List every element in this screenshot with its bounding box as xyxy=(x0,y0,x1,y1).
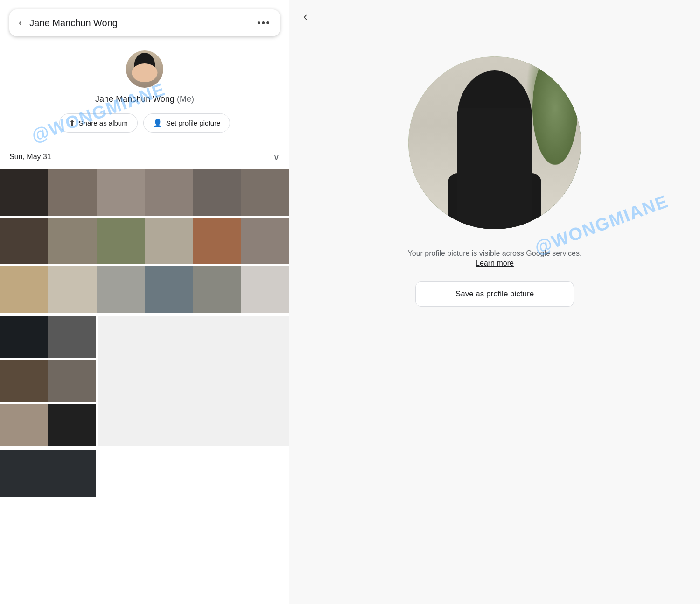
me-tag: (Me) xyxy=(177,94,194,104)
grid-row-3 xyxy=(0,266,289,313)
top-bar-left: ‹ Jane Manchun Wong xyxy=(19,18,118,28)
date-label: Sun, May 31 xyxy=(9,153,51,161)
grid-cell[interactable] xyxy=(145,169,193,216)
grid-cell[interactable] xyxy=(0,218,48,264)
grid-cell[interactable] xyxy=(48,266,96,313)
more-options-button[interactable]: ••• xyxy=(257,17,271,29)
person-icon: 👤 xyxy=(153,119,162,127)
date-section: Sun, May 31 ∨ xyxy=(0,147,289,167)
large-avatar xyxy=(408,56,581,229)
grid-cell[interactable] xyxy=(97,169,145,216)
set-profile-picture-button[interactable]: 👤 Set profile picture xyxy=(143,113,231,133)
grid-cell[interactable] xyxy=(241,218,289,264)
avatar-hair xyxy=(457,70,532,164)
share-as-album-button[interactable]: ⬆ Share as album xyxy=(59,113,138,133)
watermark: @WONGMIANE xyxy=(29,79,168,147)
share-icon: ⬆ xyxy=(69,119,75,127)
profile-info-section: Your profile picture is visible across G… xyxy=(303,248,686,267)
grid-row-1 xyxy=(0,169,289,216)
grid-cell[interactable] xyxy=(0,316,48,358)
action-buttons: ⬆ Share as album 👤 Set profile picture xyxy=(59,113,231,133)
top-bar: ‹ Jane Manchun Wong ••• xyxy=(9,9,280,36)
grid-cell[interactable] xyxy=(97,266,145,313)
learn-more-link[interactable]: Learn more xyxy=(476,259,514,267)
grid-row-2 xyxy=(0,218,289,264)
photo-grid xyxy=(0,169,289,313)
chevron-down-icon[interactable]: ∨ xyxy=(273,151,280,162)
grid-cell[interactable] xyxy=(0,360,48,402)
grid-cell[interactable] xyxy=(241,169,289,216)
grid-cell[interactable] xyxy=(0,169,48,216)
grid-cell[interactable] xyxy=(193,218,241,264)
profile-name: Jane Manchun Wong (Me) xyxy=(95,94,194,104)
profile-info-text: Your profile picture is visible across G… xyxy=(303,248,686,259)
grid-cell[interactable] xyxy=(0,266,48,313)
save-button-container: Save as profile picture xyxy=(303,281,686,307)
photo-grid-2-left xyxy=(0,316,96,446)
photo-row xyxy=(0,360,96,402)
grid-cell[interactable] xyxy=(193,169,241,216)
grid-cell[interactable] xyxy=(48,404,95,446)
photo-grid-2-right xyxy=(98,316,289,446)
large-avatar-container xyxy=(303,56,686,229)
grid-cell[interactable] xyxy=(48,360,95,402)
grid-cell[interactable] xyxy=(97,218,145,264)
right-panel: ‹ @WONGMIANE Your profile picture is vis… xyxy=(289,0,700,604)
avatar-content xyxy=(408,56,581,229)
grid-cell[interactable] xyxy=(145,218,193,264)
grid-cell[interactable] xyxy=(48,316,95,358)
top-bar-title: Jane Manchun Wong xyxy=(29,18,118,28)
photo-grid-2 xyxy=(0,316,289,446)
save-as-profile-picture-button[interactable]: Save as profile picture xyxy=(415,281,574,307)
date-header: Sun, May 31 ∨ xyxy=(9,147,280,167)
back-button[interactable]: ‹ xyxy=(19,18,22,28)
grid-cell[interactable] xyxy=(48,169,96,216)
grid-cell[interactable] xyxy=(145,266,193,313)
grid-cell[interactable] xyxy=(241,266,289,313)
grid-cell[interactable] xyxy=(193,266,241,313)
right-back-button[interactable]: ‹ xyxy=(303,9,308,24)
grid-cell[interactable] xyxy=(48,218,96,264)
photo-row xyxy=(0,404,96,446)
photo-row xyxy=(0,316,96,358)
profile-section: Jane Manchun Wong (Me) @WONGMIANE ⬆ Shar… xyxy=(0,50,289,133)
left-panel: ‹ Jane Manchun Wong ••• Jane Manchun Won… xyxy=(0,0,289,604)
grid-cell[interactable] xyxy=(0,404,48,446)
bottom-photo-strip[interactable] xyxy=(0,450,96,497)
avatar xyxy=(126,50,163,88)
